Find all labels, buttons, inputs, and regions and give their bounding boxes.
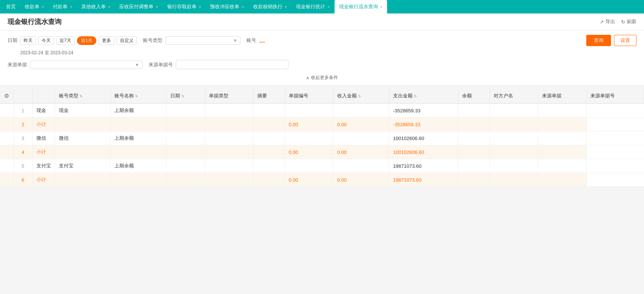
td-account_name: 支付宝 (55, 159, 111, 173)
table-body: 1现金现金上期余额-3528659.332小计0.000.00-3528659.… (0, 103, 644, 187)
date-option-1[interactable]: 今天 (38, 36, 54, 45)
source-doc-no-input[interactable] (176, 60, 288, 69)
account-more-dots[interactable]: ... (259, 37, 265, 45)
td-summary (205, 118, 254, 131)
td-settings (0, 103, 14, 118)
td-balance: 19871073.60 (389, 159, 458, 173)
nav-close-icon[interactable]: × (156, 4, 158, 9)
td-account_type: 支付宝 (32, 159, 55, 173)
td-summary (205, 145, 254, 159)
td-summary (205, 131, 254, 145)
td-balance: 100102606.60 (389, 145, 458, 159)
account-type-group: 账号类型 ▼ (143, 36, 240, 45)
th-counterpart: 对方户名 (489, 89, 538, 103)
nav-item-收款单[interactable]: 收款单× (20, 0, 48, 13)
td-expense: 0.00 (333, 145, 389, 159)
date-option-3[interactable]: 近1月 (77, 36, 97, 45)
nav-close-icon[interactable]: × (285, 4, 287, 9)
th-income[interactable]: 收入金额⇅ (333, 89, 389, 103)
source-doc-select[interactable]: ▼ (30, 61, 143, 69)
td-doc_no (254, 145, 285, 159)
td-account_type: 小计 (32, 118, 55, 131)
export-button[interactable]: ↗ 导出 (600, 18, 615, 25)
th-num (32, 89, 55, 103)
collapse-bar[interactable]: ∧ 收起更多条件 (8, 73, 636, 81)
query-button[interactable]: 查询 (586, 35, 611, 46)
td-account_type: 微信 (32, 131, 55, 145)
nav-item-付款单[interactable]: 付款单× (48, 0, 77, 13)
date-label: 日期 (8, 37, 17, 44)
header-actions: ↗ 导出 ↻ 刷新 (600, 18, 636, 25)
nav-close-icon[interactable]: × (108, 4, 110, 9)
td-source_doc (489, 173, 538, 187)
th-account_name[interactable]: 账号名称⇅ (111, 89, 167, 103)
sort-icon-expense: ⇅ (414, 94, 417, 98)
td-source_doc_no (538, 103, 587, 118)
source-doc-no-group: 来源单据号 (149, 60, 288, 69)
nav-item-收款核销执行[interactable]: 收款核销执行× (249, 0, 291, 13)
td-doc_no (254, 118, 285, 131)
account-label: 账号 (246, 37, 256, 44)
nav-close-icon[interactable]: × (42, 4, 44, 9)
td-balance: -3528659.33 (389, 103, 458, 118)
data-table: ⚙ 账号类型⇅账号名称⇅日期⇅单据类型摘要单据编号收入金额⇅支出金额⇅余额对方户… (0, 89, 644, 187)
date-option-2[interactable]: 近7天 (56, 36, 75, 45)
nav-item-现金银行流水查询[interactable]: 现金银行流水查询× (335, 0, 387, 13)
td-counterpart (458, 159, 489, 173)
td-counterpart (458, 173, 489, 187)
td-row-num: 4 (14, 145, 32, 159)
th-expense[interactable]: 支出金额⇅ (389, 89, 458, 103)
date-option-5[interactable]: 自定义 (117, 36, 137, 45)
th-date[interactable]: 日期⇅ (167, 89, 205, 103)
th-source_doc_no: 来源单据号 (587, 89, 644, 103)
settings-button[interactable]: 设置 (614, 35, 636, 46)
td-settings (0, 173, 14, 187)
nav-close-icon[interactable]: × (380, 4, 383, 9)
nav-item-首页[interactable]: 首页 (2, 0, 20, 13)
action-buttons: 查询 设置 (586, 35, 636, 46)
account-type-arrow: ▼ (233, 38, 237, 43)
td-account_type: 小计 (32, 145, 55, 159)
settings-gear-icon[interactable]: ⚙ (4, 93, 9, 99)
nav-item-预收冲应收单[interactable]: 预收冲应收单× (206, 0, 248, 13)
td-account_name (55, 173, 111, 187)
td-account_type: 现金 (32, 103, 55, 118)
td-balance: 100102606.60 (389, 131, 458, 145)
date-option-0[interactable]: 昨天 (20, 36, 36, 45)
td-doc_type (167, 145, 205, 159)
account-group: 账号 ... (246, 37, 265, 45)
table-row: 3微信微信上期余额100102606.60 (0, 131, 644, 145)
td-doc_no (254, 131, 285, 145)
td-settings (0, 159, 14, 173)
td-doc_type (167, 103, 205, 118)
td-doc_type (167, 118, 205, 131)
td-settings (0, 131, 14, 145)
td-row-num: 2 (14, 118, 32, 131)
refresh-button[interactable]: ↻ 刷新 (621, 18, 636, 25)
nav-close-icon[interactable]: × (242, 4, 244, 9)
page-header: 现金银行流水查询 ↗ 导出 ↻ 刷新 (0, 13, 644, 30)
nav-item-现金银行统计[interactable]: 现金银行统计× (291, 0, 334, 13)
td-date (111, 118, 167, 131)
account-type-select[interactable]: ▼ (165, 36, 240, 45)
nav-close-icon[interactable]: × (70, 4, 72, 9)
td-account_name (55, 145, 111, 159)
td-counterpart (458, 131, 489, 145)
td-income (285, 103, 333, 118)
nav-item-银行存取款单[interactable]: 银行存取款单× (163, 0, 206, 13)
th-account_type[interactable]: 账号类型⇅ (55, 89, 111, 103)
td-income: 0.00 (285, 145, 333, 159)
nav-item-其他收入单[interactable]: 其他收入单× (77, 0, 115, 13)
date-range-group: 2023-02-24 至 2023-03-24 (20, 50, 73, 56)
date-option-4[interactable]: 更多 (99, 36, 114, 45)
nav-item-应收应付调整单[interactable]: 应收应付调整单× (115, 0, 162, 13)
td-counterpart (458, 118, 489, 131)
td-source_doc_no (538, 145, 587, 159)
nav-close-icon[interactable]: × (327, 4, 330, 9)
td-expense (333, 103, 389, 118)
source-doc-label: 来源单据 (8, 61, 27, 68)
td-source_doc_no (538, 173, 587, 187)
filter-row-1: 日期 昨天今天近7天近1月更多自定义 账号类型 ▼ 账号 ... 查询 设置 (8, 35, 636, 46)
nav-close-icon[interactable]: × (199, 4, 201, 9)
td-expense (333, 159, 389, 173)
